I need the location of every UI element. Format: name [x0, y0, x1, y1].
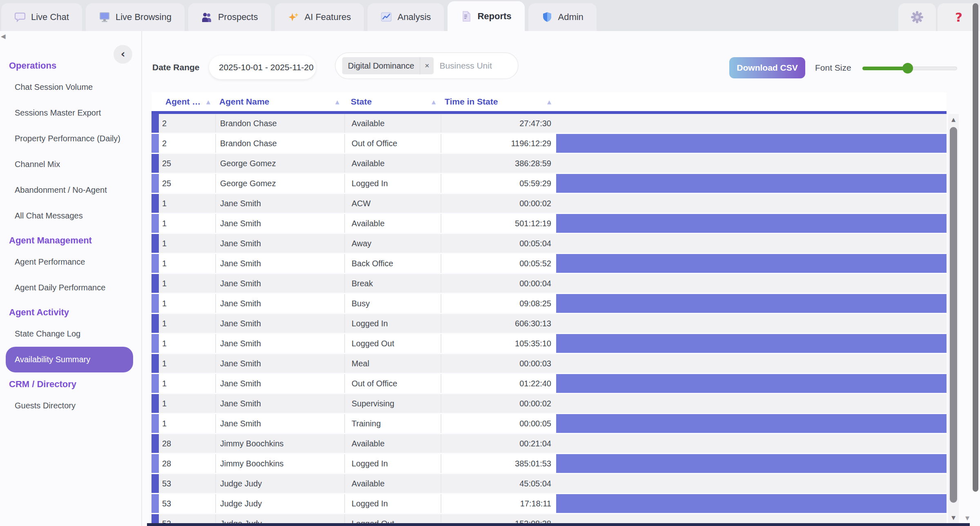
column-header-time-in-state[interactable]: Time in State ▲	[441, 92, 556, 111]
table-row[interactable]: 1Jane SmithBusy09:08:25	[151, 294, 947, 313]
sidebar-item-chat-session-volume[interactable]: Chat Session Volume	[6, 74, 141, 100]
cell-agent-name: Jane Smith	[215, 374, 344, 393]
cell-agent-id: 2	[159, 134, 215, 153]
app-window: Live Chat Live Browsing Prospects	[0, 0, 980, 526]
cell-state: Logged In	[344, 454, 441, 473]
tab-live-chat[interactable]: Live Chat	[1, 3, 82, 31]
sort-asc-icon[interactable]: ▲	[547, 99, 551, 105]
table-row[interactable]: 53Judge JudyLogged In17:18:11	[151, 494, 947, 513]
sort-asc-icon[interactable]: ▲	[335, 99, 339, 105]
sidebar-item-property-performance-daily[interactable]: Property Performance (Daily)	[6, 126, 141, 152]
cell-agent-name: Jane Smith	[215, 294, 344, 313]
column-header-agent-id[interactable]: Agent … ▲	[151, 92, 215, 111]
page-scroll-down-icon[interactable]: ▼	[965, 515, 969, 521]
cell-agent-name: Jane Smith	[215, 314, 344, 333]
cell-state: Out of Office	[344, 374, 441, 393]
sort-asc-icon[interactable]: ▲	[206, 99, 210, 105]
time-bar	[556, 254, 947, 273]
table-row[interactable]: 2Brandon ChaseAvailable27:47:30	[151, 114, 947, 133]
cell-agent-id: 25	[159, 154, 215, 173]
cell-state: Available	[344, 154, 441, 173]
tab-live-browsing[interactable]: Live Browsing	[86, 3, 185, 31]
tab-reports[interactable]: Reports	[448, 1, 524, 31]
scroll-up-arrow-icon[interactable]: ▲	[948, 116, 959, 123]
sidebar-item-availability-summary[interactable]: Availability Summary	[6, 347, 133, 372]
table-row[interactable]: 1Jane SmithTraining00:00:05	[151, 414, 947, 433]
row-state-marker	[151, 334, 159, 353]
table-row[interactable]: 1Jane SmithBreak00:00:04	[151, 274, 947, 293]
table-row[interactable]: 1Jane SmithAway00:05:04	[151, 234, 947, 253]
table-row[interactable]: 2Brandon ChaseOut of Office1196:12:29	[151, 134, 947, 153]
cell-state: Back Office	[344, 254, 441, 273]
cell-time-in-state: 00:00:04	[441, 274, 556, 293]
download-csv-button[interactable]: Download CSV	[729, 57, 805, 78]
tab-label: Live Chat	[31, 12, 69, 22]
top-tab-bar: Live Chat Live Browsing Prospects	[0, 0, 980, 31]
scroll-left-arrow-icon[interactable]: ◀	[1, 33, 6, 40]
table-row[interactable]: 1Jane SmithOut of Office01:22:40	[151, 374, 947, 393]
cell-state: Out of Office	[344, 134, 441, 153]
table-row[interactable]: 53Judge JudyAvailable45:05:04	[151, 474, 947, 493]
bar-region-empty	[556, 314, 947, 333]
sidebar-item-all-chat-messages[interactable]: All Chat Messages	[6, 203, 141, 229]
monitor-icon	[99, 11, 110, 23]
table-scrollbar-thumb[interactable]	[950, 127, 957, 503]
table-row[interactable]: 25George GomezAvailable386:28:59	[151, 154, 947, 173]
sidebar-nav: OperationsChat Session VolumeSessions Ma…	[6, 54, 141, 419]
sidebar-item-channel-mix[interactable]: Channel Mix	[6, 152, 141, 177]
row-state-marker	[151, 454, 159, 473]
business-unit-filter[interactable]: Digital Dominance × Business Unit	[335, 52, 519, 79]
table-row[interactable]: 1Jane SmithLogged In606:30:13	[151, 314, 947, 333]
cell-time-in-state: 00:21:04	[441, 434, 556, 453]
table-row[interactable]: 28Jimmy BoochkinsLogged In385:01:53	[151, 454, 947, 473]
tab-prospects[interactable]: Prospects	[188, 3, 271, 31]
time-bar	[556, 494, 947, 513]
sidebar-item-agent-daily-performance[interactable]: Agent Daily Performance	[6, 275, 141, 301]
cell-time-in-state: 00:05:04	[441, 234, 556, 253]
table-row[interactable]: 1Jane SmithAvailable501:12:19	[151, 214, 947, 233]
cell-state: Available	[344, 214, 441, 233]
table-row[interactable]: 25George GomezLogged In05:59:29	[151, 174, 947, 193]
sparkles-icon	[288, 11, 299, 23]
sort-asc-icon[interactable]: ▲	[432, 99, 436, 105]
sidebar-item-state-change-log[interactable]: State Change Log	[6, 321, 141, 347]
cell-time-in-state: 105:35:10	[441, 334, 556, 353]
gear-icon	[910, 10, 924, 24]
cell-agent-name: Jane Smith	[215, 214, 344, 233]
date-range-input[interactable]: 2025-10-01 - 2025-11-20	[209, 56, 316, 79]
column-header-state[interactable]: State ▲	[344, 92, 441, 111]
sidebar-item-abandonment-no-agent[interactable]: Abandonment / No-Agent	[6, 177, 141, 203]
business-unit-placeholder: Business Unit	[439, 61, 492, 71]
cell-time-in-state: 00:00:05	[441, 414, 556, 433]
table-row[interactable]: 1Jane SmithSupervising00:00:02	[151, 394, 947, 413]
sidebar-item-sessions-master-export[interactable]: Sessions Master Export	[6, 100, 141, 126]
page-scrollbar-thumb[interactable]	[973, 3, 978, 492]
table-row[interactable]: 1Jane SmithMeal00:00:03	[151, 354, 947, 373]
cell-agent-name: George Gomez	[215, 154, 344, 173]
column-header-agent-name[interactable]: Agent Name ▲	[215, 92, 344, 111]
cell-agent-id: 2	[159, 114, 215, 133]
date-range-value: 2025-10-01 - 2025-11-20	[219, 62, 314, 72]
time-bar	[556, 294, 947, 313]
tab-ai-features[interactable]: AI Features	[275, 3, 364, 31]
settings-button[interactable]	[898, 3, 936, 31]
font-size-slider[interactable]	[862, 62, 957, 75]
table-row[interactable]: 1Jane SmithBack Office00:05:52	[151, 254, 947, 273]
chip-remove-icon[interactable]: ×	[420, 57, 434, 74]
date-range-label: Date Range	[152, 62, 200, 72]
table-scrollbar[interactable]: ▲ ▼	[948, 114, 959, 523]
horizontal-scrollbar-thumb[interactable]	[147, 523, 970, 526]
table-row[interactable]: 28Jimmy BoochkinsAvailable00:21:04	[151, 434, 947, 453]
tab-admin[interactable]: Admin	[528, 3, 597, 31]
table-row[interactable]: 1Jane SmithLogged Out105:35:10	[151, 334, 947, 353]
scroll-down-arrow-icon[interactable]: ▼	[948, 515, 959, 521]
slider-thumb[interactable]	[902, 63, 913, 74]
tab-analysis[interactable]: Analysis	[368, 3, 444, 31]
tab-label: Admin	[558, 12, 584, 22]
cell-agent-name: Jane Smith	[215, 274, 344, 293]
chart-icon	[381, 11, 392, 23]
sidebar-item-agent-performance[interactable]: Agent Performance	[6, 249, 141, 275]
sidebar-item-guests-directory[interactable]: Guests Directory	[6, 393, 141, 419]
table-row[interactable]: 1Jane SmithACW00:00:02	[151, 194, 947, 213]
cell-agent-id: 53	[159, 494, 215, 513]
